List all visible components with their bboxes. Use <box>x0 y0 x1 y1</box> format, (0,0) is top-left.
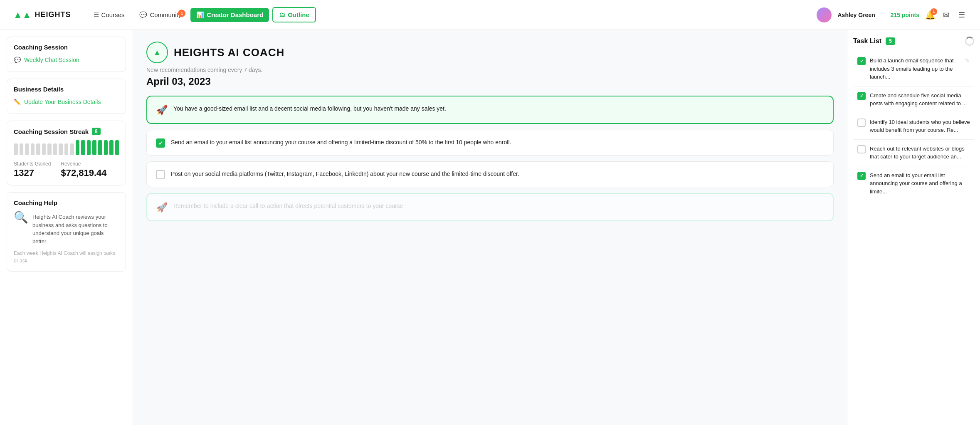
coaching-help-text1: Heights AI Coach reviews your business a… <box>32 213 119 245</box>
task3-icon: 🚀 <box>156 202 168 213</box>
task-panel: Task List 5 Build a launch email sequenc… <box>847 30 980 425</box>
task-spinner <box>965 37 974 46</box>
streak-bar <box>87 140 91 155</box>
ai-coach-logo: ▲ <box>146 42 168 63</box>
streak-bar <box>64 143 69 155</box>
task-checkbox-t1[interactable] <box>857 57 866 65</box>
messages-icon[interactable]: ✉ <box>941 9 951 21</box>
edit-icon: ✏️ <box>14 99 21 105</box>
streak-bar <box>42 143 46 155</box>
avatar-image <box>817 7 832 22</box>
nav-links: ☰ Courses 💬 Community 1 📊 Creator Dashbo… <box>88 7 817 22</box>
insight-text: You have a good-sized email list and a d… <box>173 104 446 113</box>
community-label: Community <box>150 11 181 18</box>
task-text-t2: Create and schedule five social media po… <box>870 91 970 108</box>
task-item: Create and schedule five social media po… <box>853 86 974 113</box>
streak-card: Coaching Session Streak 8 Students Gaine… <box>7 121 126 185</box>
coaching-help-card: Coaching Help 🔍 Heights AI Coach reviews… <box>7 192 126 272</box>
nav-community[interactable]: 💬 Community 1 <box>133 8 187 22</box>
streak-bar <box>70 143 74 155</box>
dashboard-icon: 📊 <box>196 11 204 19</box>
outline-label: Outline <box>288 11 309 18</box>
update-business-link[interactable]: ✏️ Update Your Business Details <box>14 97 119 107</box>
insight-icon: 🚀 <box>156 105 168 116</box>
streak-bar <box>115 140 119 155</box>
revenue-stat: Revenue $72,819.44 <box>61 161 106 178</box>
business-details-title: Business Details <box>14 86 119 93</box>
task-checkbox-t3[interactable] <box>857 119 866 127</box>
streak-bar <box>20 143 24 155</box>
task2-checkbox[interactable] <box>156 170 165 179</box>
task-text-t4: Reach out to relevant websites or blogs … <box>870 145 970 161</box>
streak-bars <box>14 140 119 155</box>
task-count-badge: 5 <box>886 37 895 45</box>
user-name: Ashley Green <box>837 12 875 18</box>
nav-outline[interactable]: 🗂 Outline <box>272 7 316 22</box>
chat-icon: 💬 <box>14 57 21 63</box>
streak-bar <box>109 140 114 155</box>
task-text-t5: Send an email to your email list announc… <box>870 171 970 196</box>
task-text-t1: Build a launch email sequence that inclu… <box>870 57 961 81</box>
streak-bar <box>81 140 85 155</box>
community-icon: 💬 <box>139 11 147 19</box>
streak-bar <box>76 140 80 155</box>
coach-card-task1: Send an email to your email list announc… <box>146 130 834 156</box>
streak-bar <box>31 143 35 155</box>
revenue-label: Revenue <box>61 161 106 167</box>
outline-icon: 🗂 <box>279 11 285 18</box>
page-layout: Coaching Session 💬 Weekly Chat Session B… <box>0 30 980 425</box>
avatar[interactable] <box>817 7 832 22</box>
coaching-help-icon: 🔍 <box>14 210 28 224</box>
streak-bar <box>104 140 108 155</box>
nav-right: Ashley Green 215 points 🔔 1 ✉ ☰ <box>817 7 967 22</box>
streak-bar <box>36 143 40 155</box>
task3-text: Remember to include a clear call-to-acti… <box>173 201 403 210</box>
streak-bar <box>92 140 96 155</box>
task1-checkbox[interactable] <box>156 138 165 148</box>
menu-icon[interactable]: ☰ <box>957 9 967 21</box>
ai-coach-date: April 03, 2023 <box>146 76 834 87</box>
nav-courses[interactable]: ☰ Courses <box>88 8 131 22</box>
task-text-t3: Identify 10 ideal students who you belie… <box>870 118 970 134</box>
logo-text: HEIGHTS <box>35 10 71 19</box>
task-item: Identify 10 ideal students who you belie… <box>853 113 974 140</box>
streak-bar <box>59 143 63 155</box>
courses-label: Courses <box>101 11 125 18</box>
students-stat: Students Gained 1327 <box>14 161 51 178</box>
task-item: Reach out to relevant websites or blogs … <box>853 140 974 166</box>
task-panel-title: Task List <box>853 37 881 45</box>
streak-bar <box>98 140 102 155</box>
ai-coach-logo-icon: ▲ <box>153 48 161 57</box>
logo-icon: ▲▲ <box>13 10 32 20</box>
students-value: 1327 <box>14 168 51 178</box>
task-checkbox-t2[interactable] <box>857 92 866 100</box>
coaching-session-card: Coaching Session 💬 Weekly Chat Session <box>7 37 126 72</box>
ai-coach-subtitle: New recommendations coming every 7 days. <box>146 67 834 73</box>
coach-card-task3: 🚀 Remember to include a clear call-to-ac… <box>146 193 834 221</box>
community-badge: 1 <box>178 10 185 17</box>
stats-row: Students Gained 1327 Revenue $72,819.44 <box>14 161 119 178</box>
logo[interactable]: ▲▲ HEIGHTS <box>13 10 71 20</box>
task2-text: Post on your social media platforms (Twi… <box>171 169 519 178</box>
revenue-value: $72,819.44 <box>61 168 106 178</box>
business-details-card: Business Details ✏️ Update Your Business… <box>7 79 126 114</box>
task-checkbox-t4[interactable] <box>857 145 866 153</box>
courses-icon: ☰ <box>94 11 99 19</box>
streak-bar <box>25 143 29 155</box>
task1-text: Send an email to your email list announc… <box>171 138 511 147</box>
nav-divider <box>883 9 883 21</box>
nav-creator-dashboard[interactable]: 📊 Creator Dashboard <box>190 8 269 22</box>
task-panel-header: Task List 5 <box>853 37 974 46</box>
coaching-session-title: Coaching Session <box>14 44 119 51</box>
notification-bell[interactable]: 🔔 1 <box>925 10 936 20</box>
user-points: 215 points <box>891 12 919 18</box>
task-item: Send an email to your email list announc… <box>853 166 974 201</box>
coaching-help-title: Coaching Help <box>14 199 119 206</box>
coaching-help-text2: Each week Heights AI Coach will assign t… <box>14 250 119 264</box>
coaching-help-body: 🔍 Heights AI Coach reviews your business… <box>14 210 119 245</box>
task-checkbox-t5[interactable] <box>857 172 866 180</box>
main-content: ▲ HEIGHTS AI COACH New recommendations c… <box>133 30 847 425</box>
weekly-chat-link[interactable]: 💬 Weekly Chat Session <box>14 55 119 65</box>
task-edit-icon-t1[interactable]: ✎ <box>965 57 970 64</box>
streak-badge: 8 <box>92 128 101 135</box>
